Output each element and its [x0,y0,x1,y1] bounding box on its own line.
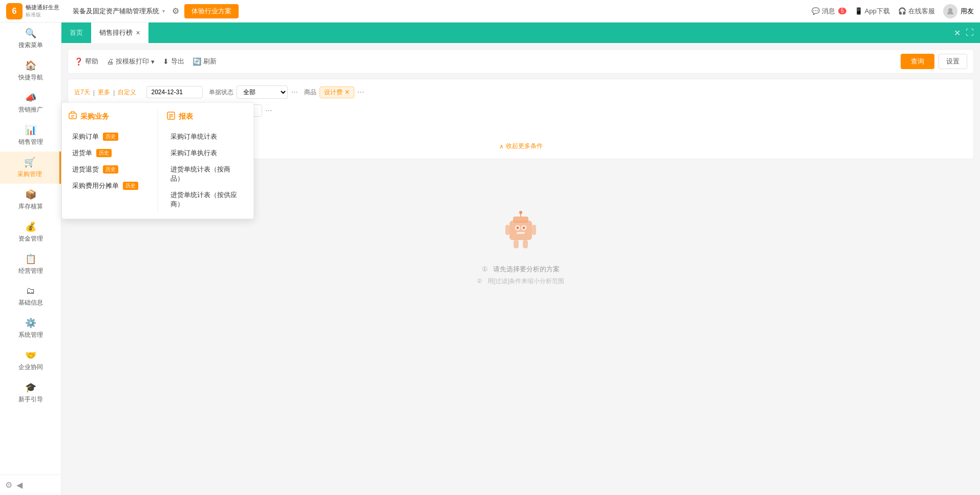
purchase-order-badge: 历史 [103,133,118,141]
online-service-action[interactable]: 🎧 在线客服 [898,7,935,16]
logo-text: 畅捷通好生意 标准版 [26,4,59,18]
sidebar-label-operation: 经营管理 [18,267,43,275]
date-custom-btn[interactable]: 自定义 [118,88,136,97]
query-button[interactable]: 查询 [901,54,934,69]
collab-icon: 🤝 [25,350,36,361]
sidebar-label-nav: 快捷导航 [18,73,43,82]
doc-status-select[interactable]: 全部 [237,85,288,99]
collapse-arrow-icon: ∧ [499,143,504,150]
message-action[interactable]: 💬 消息 5 [812,7,846,16]
app-download-action[interactable]: 📱 App下载 [855,7,890,16]
sidebar-label-search: 搜索菜单 [18,41,43,50]
sidebar-item-marketing[interactable]: 📣 营销推广 [0,87,61,119]
salesperson-ellipsis[interactable]: ··· [265,106,272,115]
content-area: 首页 销售排行榜 ✕ ✕ ⛶ ❓ 帮助 🖨 按模板打印 [61,23,980,495]
sidebar-item-inventory[interactable]: 📦 库存核算 [0,184,61,216]
sidebar-label-sales: 销售管理 [18,138,43,146]
print-dropdown-icon: ▾ [151,58,155,66]
print-btn[interactable]: 🖨 按模板打印 ▾ [106,57,155,66]
export-icon: ⬇ [163,57,169,66]
tab-close-btn[interactable]: ✕ [136,30,140,36]
svg-rect-7 [517,232,525,234]
menu-item-po-stats[interactable]: 采购订单统计表 [166,128,248,145]
header-right: 💬 消息 5 📱 App下载 🎧 在线客服 用友 [812,4,974,18]
robot-illustration [495,205,546,256]
sidebar-item-operation[interactable]: 📋 经营管理 [0,248,61,281]
report-section: 报表 采购订单统计表 采购订单执行表 进货单统计表（按商品） 进货单统计表（按供… [160,109,254,212]
sidebar-item-purchase[interactable]: 🛒 采购管理 [0,152,61,184]
sidebar-label-finance: 资金管理 [18,234,43,243]
date-7days-btn[interactable]: 近7天 [74,88,90,97]
menu-item-inbound-goods[interactable]: 进货单统计表（按商品） [166,161,248,187]
sidebar-item-sales[interactable]: 📊 销售管理 [0,119,61,152]
filter-doc-status: 单据状态 全部 ··· [209,85,297,99]
menu-item-return[interactable]: 进货退货 历史 [68,161,150,178]
menu-item-purchase-order[interactable]: 采购订单 历史 [68,128,150,145]
goods-ellipsis[interactable]: ··· [357,88,364,97]
menu-item-inbound[interactable]: 进货单 历史 [68,145,150,161]
filter-date: 近7天 | 更多 | 自定义 [74,86,203,98]
sidebar-item-search[interactable]: 🔍 搜索菜单 [0,23,61,55]
menu-item-cost-allocation[interactable]: 采购费用分摊单 历史 [68,178,150,194]
sidebar-item-guide[interactable]: 🎓 新手引导 [0,377,61,409]
search-icon: 🔍 [25,28,36,39]
avatar [943,4,957,18]
refresh-btn[interactable]: 🔄 刷新 [193,57,217,66]
finance-icon: 💰 [25,221,36,232]
purchase-section-icon [68,111,77,122]
inventory-icon: 📦 [25,189,36,200]
sidebar: 🔍 搜索菜单 🏠 快捷导航 📣 营销推广 📊 销售管理 🛒 采购管理 📦 库存核… [0,23,61,495]
refresh-icon: 🔄 [193,57,201,66]
svg-rect-17 [167,112,175,119]
tab-sales-ranking[interactable]: 销售排行榜 ✕ [91,23,148,43]
sidebar-label-system: 系统管理 [18,331,43,339]
system-icon: ⚙️ [25,317,36,329]
help-btn[interactable]: ❓ 帮助 [74,57,98,66]
purchase-section-title: 采购业务 [68,109,150,124]
sidebar-item-finance[interactable]: 💰 资金管理 [0,216,61,248]
sidebar-item-nav[interactable]: 🏠 快捷导航 [0,55,61,87]
main-layout: 🔍 搜索菜单 🏠 快捷导航 📣 营销推广 📊 销售管理 🛒 采购管理 📦 库存核… [0,23,980,495]
sidebar-label-collab: 企业协同 [18,363,43,372]
svg-rect-8 [505,225,509,235]
inbound-badge: 历史 [96,149,112,157]
home-icon: 🏠 [25,60,36,71]
sidebar-label-inventory: 库存核算 [18,202,43,211]
setting-button[interactable]: 设置 [939,54,967,69]
sidebar-item-system[interactable]: ⚙️ 系统管理 [0,312,61,345]
sidebar-label-guide: 新手引导 [18,395,43,404]
svg-point-5 [517,227,519,229]
tab-home[interactable]: 首页 [61,23,91,43]
industry-button[interactable]: 体验行业方案 [184,4,239,18]
user-label: 用友 [961,7,974,16]
message-badge: 5 [838,8,846,14]
logo-area: 6 畅捷通好生意 标准版 [6,3,68,19]
date-end-input[interactable] [146,86,203,98]
sidebar-label-marketing: 营销推广 [18,105,43,114]
menu-item-po-exec[interactable]: 采购订单执行表 [166,145,248,161]
date-more-btn[interactable]: 更多 [98,88,110,97]
svg-rect-10 [514,240,519,248]
sidebar-collapse-btn[interactable]: ◀ [16,480,23,490]
sidebar-item-collab[interactable]: 🤝 企业协同 [0,345,61,377]
toolbar-right: 查询 设置 [901,54,967,69]
system-settings-icon[interactable]: ⚙ [172,6,179,16]
goods-tag-close[interactable]: ✕ [345,89,350,96]
filter-goods: 商品 设计费 ✕ ··· [304,87,364,98]
svg-point-13 [519,211,522,214]
collapse-btn[interactable]: ∧ 收起更多条件 [499,142,543,150]
sidebar-settings-btn[interactable]: ⚙ [5,480,12,490]
user-area[interactable]: 用友 [943,4,974,18]
basic-icon: 🗂 [26,286,35,296]
tab-expand-btn[interactable]: ⛶ [966,28,974,37]
sidebar-item-basic[interactable]: 🗂 基础信息 [0,281,61,312]
guide-icon: 🎓 [25,382,36,393]
menu-item-inbound-supplier[interactable]: 进货单统计表（按供应商） [166,187,248,212]
export-btn[interactable]: ⬇ 导出 [163,57,184,66]
doc-status-ellipsis[interactable]: ··· [291,88,297,97]
message-icon: 💬 [812,7,820,15]
sidebar-label-purchase: 采购管理 [17,170,42,179]
tab-close-all-btn[interactable]: ✕ [954,28,961,38]
purchase-dropdown-menu: 采购业务 采购订单 历史 进货单 历史 进货退货 历史 采购费用分摊单 历史 [61,102,254,219]
system-dropdown-icon[interactable]: ▾ [162,8,165,14]
